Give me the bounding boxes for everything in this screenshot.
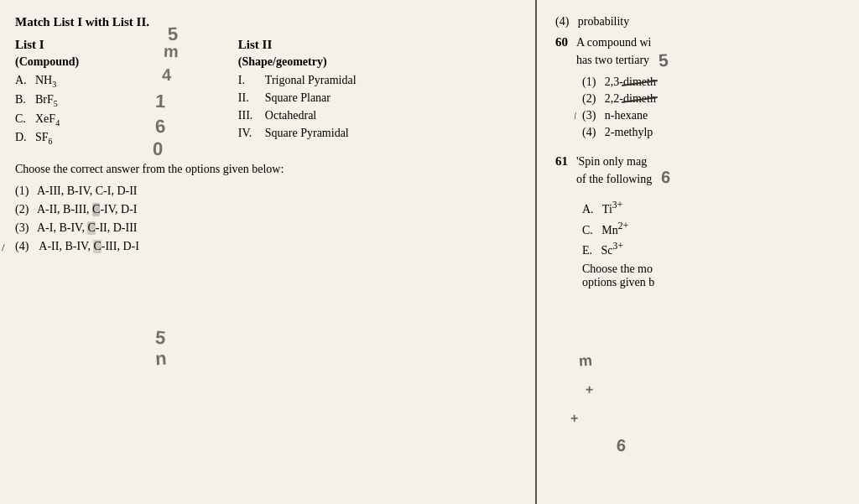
item-label: A. — [15, 74, 32, 87]
roman-numeral: I. — [238, 74, 262, 87]
q60-option: (2) 2,2-dimeth — [582, 92, 844, 106]
options-list: (1) A-III, B-IV, C-I, D-II (2) A-II, B-I… — [15, 184, 515, 253]
strikethrough: dimeth — [623, 75, 656, 89]
option-text: A-II, B-IV, C-III, D-I — [39, 240, 139, 253]
lists-container: List I (Compound) A. NH3 B. BrF5 C. XeF4… — [15, 38, 515, 150]
list-item: C. XeF4 — [15, 112, 213, 127]
list2-header: List II — [238, 38, 515, 52]
option-item: (1) A-III, B-IV, C-I, D-II — [15, 184, 515, 198]
q60-text: A compound wihas two tertiary — [576, 34, 651, 69]
list1-column: List I (Compound) A. NH3 B. BrF5 C. XeF4… — [15, 38, 213, 150]
option-num: (2) — [15, 203, 32, 216]
question-61: 61 'Spin only magof the following A. Ti3… — [555, 153, 844, 289]
subscript: 4 — [55, 117, 60, 127]
option-text: A-II, B-III, C-IV, D-I — [37, 203, 138, 216]
roman-numeral: IV. — [238, 127, 262, 140]
compound: BrF5 — [35, 93, 58, 108]
list2-item: II. Square Planar — [238, 91, 515, 105]
prev-option4: (4) probability — [555, 15, 844, 29]
right-panel: 5 6 m + + 6 (4) probability 60 A compoun… — [537, 0, 859, 504]
q60-option: (4) 2-methylp — [582, 126, 844, 139]
list-item: D. SF6 — [15, 131, 213, 146]
left-panel: 5 m 4 1 6 0 5 n Match List I with List I… — [0, 0, 537, 504]
list2-item: IV. Square Pyramidal — [238, 127, 515, 140]
roman-numeral: II. — [238, 91, 262, 105]
match-title: Match List I with List II. — [15, 15, 515, 29]
item-label: C. — [15, 112, 32, 126]
compound: XeF4 — [35, 112, 60, 127]
item-label: B. — [15, 93, 32, 107]
subscript: 6 — [49, 137, 53, 146]
list2-subheader: (Shape/geometry) — [238, 55, 515, 69]
geometry-text: Trigonal Pyramidal — [265, 74, 357, 87]
q61-option-row: A. Ti3+ — [582, 200, 844, 216]
subscript: 3 — [52, 80, 56, 89]
geometry-text: Square Planar — [265, 91, 331, 105]
option-text: A-III, B-IV, C-I, D-II — [37, 184, 138, 198]
option-num: (3) — [15, 221, 32, 235]
q60-option: / (3) n-hexane — [582, 109, 844, 122]
compound: NH3 — [35, 74, 56, 89]
geometry-text: Octahedral — [265, 109, 316, 122]
option-item: (2) A-II, B-III, C-IV, D-I — [15, 203, 515, 216]
q61-options: A. Ti3+ C. Mn2+ E. Sc3+ Choose the moopt… — [582, 200, 844, 289]
option-a: A. Ti3+ — [582, 200, 622, 216]
list2-item: III. Octahedral — [238, 109, 515, 122]
question-60: 60 A compound wihas two tertiary (1) 2,3… — [555, 34, 844, 139]
option-num: (4) — [15, 240, 29, 252]
option-num: (4) — [555, 15, 569, 28]
list2-item: I. Trigonal Pyramidal — [238, 74, 515, 87]
subscript: 5 — [54, 99, 58, 108]
option-item: / (4) A-II, B-IV, C-III, D-I — [15, 240, 515, 253]
list-item: A. NH3 — [15, 74, 213, 89]
strikethrough: dimeth — [623, 92, 656, 106]
roman-numeral: III. — [238, 109, 262, 122]
q61-text: 'Spin only magof the following — [576, 153, 652, 188]
list1-subheader: (Compound) — [15, 55, 213, 69]
option-num: (1) — [15, 184, 32, 198]
q60-options: (1) 2,3-dimeth (2) 2,2-dimeth / (3) n-he… — [582, 75, 844, 139]
q61-choose: Choose the mooptions given b — [582, 262, 844, 289]
q60-number: 60 — [555, 35, 568, 49]
list2-column: List II (Shape/geometry) I. Trigonal Pyr… — [213, 38, 515, 150]
compound: SF6 — [35, 131, 53, 146]
option-text: A-I, B-IV, C-II, D-III — [37, 221, 138, 235]
option-c: C. Mn2+ — [582, 221, 628, 237]
list1-header: List I — [15, 38, 213, 52]
geometry-text: Square Pyramidal — [265, 127, 349, 140]
q61-option-row: C. Mn2+ — [582, 221, 844, 237]
q61-number: 61 — [555, 154, 568, 169]
list-item: B. BrF5 — [15, 93, 213, 108]
q60-option: (1) 2,3-dimeth — [582, 75, 844, 89]
option-e: E. Sc3+ — [582, 241, 623, 257]
option-item: (3) A-I, B-IV, C-II, D-III — [15, 221, 515, 235]
q61-option-row: E. Sc3+ — [582, 241, 844, 257]
choose-text: Choose the correct answer from the optio… — [15, 160, 515, 178]
item-label: D. — [15, 131, 32, 144]
